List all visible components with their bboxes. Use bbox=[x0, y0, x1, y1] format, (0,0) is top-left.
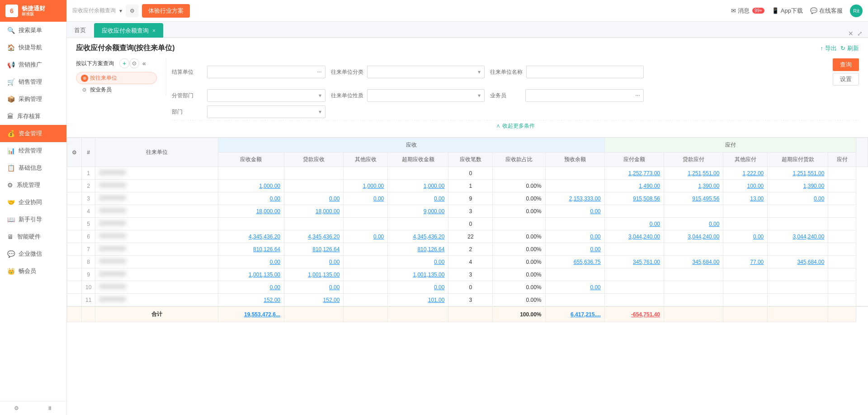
row-ap-loan-3[interactable]: 915,495.56 bbox=[664, 192, 723, 205]
row-ap-other-2[interactable]: 100.00 bbox=[723, 180, 768, 192]
sidebar-item-finance[interactable]: 💰 资金管理 bbox=[0, 125, 66, 142]
support-button[interactable]: 💬 在线客服 bbox=[810, 7, 843, 15]
row-ap-amount-10[interactable] bbox=[604, 281, 664, 294]
filter-collapse-button[interactable]: « bbox=[139, 58, 149, 68]
row-ar-amount-11[interactable]: 152.00 bbox=[218, 294, 284, 307]
row-prepay-10[interactable]: 0.00 bbox=[545, 281, 604, 294]
row-ap-amount-1[interactable]: 1,252,773.00 bbox=[604, 167, 664, 180]
row-ar-loan-10[interactable]: 0.00 bbox=[284, 281, 344, 294]
sidebar-bottom-collapse[interactable]: ⏸ bbox=[47, 405, 52, 411]
row-ar-amount-4[interactable]: 18,000.00 bbox=[218, 205, 284, 218]
row-ap-overdue-11[interactable] bbox=[768, 294, 828, 307]
row-ar-overdue-3[interactable]: 0.00 bbox=[388, 192, 448, 205]
row-ar-amount-9[interactable]: 1,001,135.00 bbox=[218, 268, 284, 281]
row-ar-other-8[interactable] bbox=[344, 256, 388, 268]
row-ar-loan-1[interactable] bbox=[284, 167, 344, 180]
row-ar-overdue-5[interactable] bbox=[388, 218, 448, 230]
row-ap-other-1[interactable]: 1,222.00 bbox=[723, 167, 768, 180]
sidebar-item-purchase[interactable]: 📦 采购管理 bbox=[0, 91, 66, 108]
row-ar-other-7[interactable] bbox=[344, 243, 388, 256]
row-gear-8[interactable] bbox=[67, 256, 82, 268]
row-ar-other-1[interactable] bbox=[344, 167, 388, 180]
row-prepay-7[interactable]: 0.00 bbox=[545, 243, 604, 256]
footer-prepay[interactable]: 6,417,215.... bbox=[545, 306, 604, 322]
row-ar-loan-8[interactable]: 0.00 bbox=[284, 256, 344, 268]
row-ar-other-2[interactable]: 1,000.00 bbox=[344, 180, 388, 192]
row-prepay-2[interactable] bbox=[545, 180, 604, 192]
sidebar-item-base[interactable]: 📋 基础信息 bbox=[0, 159, 66, 176]
row-ar-loan-7[interactable]: 810,126.64 bbox=[284, 243, 344, 256]
row-ap-amount-3[interactable]: 915,508.56 bbox=[604, 192, 664, 205]
row-ap-loan-5[interactable]: 0.00 bbox=[664, 218, 723, 230]
filter-option-staff[interactable]: ⊙ 按业务员 bbox=[76, 84, 157, 95]
row-ar-other-4[interactable] bbox=[344, 205, 388, 218]
row-ap-amount-4[interactable] bbox=[604, 205, 664, 218]
row-ar-overdue-1[interactable] bbox=[388, 167, 448, 180]
row-ap-overdue-1[interactable]: 1,251,551.00 bbox=[768, 167, 828, 180]
tab-arbalance[interactable]: 应收应付余额查询 × bbox=[94, 23, 163, 38]
collapse-more-button[interactable]: ∧ 收起更多条件 bbox=[172, 120, 859, 132]
row-gear-3[interactable] bbox=[67, 192, 82, 205]
th-gear[interactable]: ⚙ bbox=[67, 138, 82, 167]
row-ap-overdue-2[interactable]: 1,390.00 bbox=[768, 180, 828, 192]
filter-option-partner[interactable]: ⊕ 按往来单位 bbox=[76, 72, 157, 84]
settlement-input[interactable]: ··· bbox=[207, 66, 326, 78]
sidebar-item-wechat[interactable]: 💬 企业微信 bbox=[0, 245, 66, 262]
row-gear-2[interactable] bbox=[67, 180, 82, 192]
settlement-dots-icon[interactable]: ··· bbox=[317, 68, 321, 76]
subdept-select[interactable]: ▾ bbox=[207, 105, 326, 118]
row-ar-other-3[interactable]: 0.00 bbox=[344, 192, 388, 205]
staff-input[interactable]: ··· bbox=[525, 89, 644, 102]
row-ap-other-7[interactable] bbox=[723, 243, 768, 256]
partner-nature-select[interactable]: ▾ bbox=[367, 89, 485, 102]
row-ap-loan-2[interactable]: 1,390.00 bbox=[664, 180, 723, 192]
refresh-button[interactable]: ↻ 刷新 bbox=[840, 44, 859, 52]
topbar-dropdown[interactable]: ▾ bbox=[119, 8, 122, 14]
sidebar-item-member[interactable]: 👑 畅会员 bbox=[0, 262, 66, 280]
expand-window-icon[interactable]: ⤢ bbox=[857, 30, 863, 37]
row-ar-loan-6[interactable]: 4,345,436.20 bbox=[284, 230, 344, 243]
sidebar-item-hardware[interactable]: 🖥 智能硬件 bbox=[0, 228, 66, 245]
row-ap-other-4[interactable] bbox=[723, 205, 768, 218]
row-ap-loan-10[interactable] bbox=[664, 281, 723, 294]
row-ar-overdue-8[interactable]: 0.00 bbox=[388, 256, 448, 268]
row-gear-10[interactable] bbox=[67, 281, 82, 294]
row-ar-other-5[interactable] bbox=[344, 218, 388, 230]
row-ar-other-10[interactable] bbox=[344, 281, 388, 294]
row-ap-other-6[interactable]: 0.00 bbox=[723, 230, 768, 243]
row-ap-loan-8[interactable]: 345,684.00 bbox=[664, 256, 723, 268]
partner-cat-select[interactable]: ▾ bbox=[367, 66, 485, 78]
row-gear-1[interactable] bbox=[67, 167, 82, 180]
row-ap-overdue-7[interactable] bbox=[768, 243, 828, 256]
settings-icon[interactable]: ⚙ bbox=[126, 5, 138, 17]
row-ar-amount-7[interactable]: 810,126.64 bbox=[218, 243, 284, 256]
sidebar-item-quicknav[interactable]: 🏠 快捷导航 bbox=[0, 39, 66, 56]
row-ar-other-9[interactable] bbox=[344, 268, 388, 281]
row-ar-overdue-2[interactable]: 1,000.00 bbox=[388, 180, 448, 192]
row-ap-amount-9[interactable] bbox=[604, 268, 664, 281]
sidebar-item-sales[interactable]: 🛒 销售管理 bbox=[0, 73, 66, 91]
sidebar-item-ops[interactable]: 📊 经营管理 bbox=[0, 142, 66, 159]
row-ar-amount-6[interactable]: 4,345,436.20 bbox=[218, 230, 284, 243]
row-ar-amount-3[interactable]: 0.00 bbox=[218, 192, 284, 205]
row-prepay-11[interactable] bbox=[545, 294, 604, 307]
sidebar-item-system[interactable]: ⚙ 系统管理 bbox=[0, 176, 66, 194]
row-ap-loan-1[interactable]: 1,251,551.00 bbox=[664, 167, 723, 180]
footer-ap-total[interactable]: -654,751.40 bbox=[604, 306, 664, 322]
row-ar-loan-11[interactable]: 152.00 bbox=[284, 294, 344, 307]
row-prepay-4[interactable]: 0.00 bbox=[545, 205, 604, 218]
row-ap-loan-7[interactable] bbox=[664, 243, 723, 256]
row-prepay-5[interactable] bbox=[545, 218, 604, 230]
tab-close-icon[interactable]: × bbox=[152, 28, 156, 34]
row-ar-loan-9[interactable]: 1,001,135.00 bbox=[284, 268, 344, 281]
row-ap-overdue-5[interactable] bbox=[768, 218, 828, 230]
partner-name-input[interactable] bbox=[526, 66, 644, 78]
row-ap-amount-11[interactable] bbox=[604, 294, 664, 307]
row-gear-5[interactable] bbox=[67, 218, 82, 230]
dept-select[interactable]: ▾ bbox=[207, 89, 326, 102]
row-ap-amount-8[interactable]: 345,761.00 bbox=[604, 256, 664, 268]
row-prepay-6[interactable]: 0.00 bbox=[545, 230, 604, 243]
settings-button[interactable]: 设置 bbox=[833, 73, 859, 86]
row-ap-other-3[interactable]: 13.00 bbox=[723, 192, 768, 205]
row-ar-loan-5[interactable] bbox=[284, 218, 344, 230]
